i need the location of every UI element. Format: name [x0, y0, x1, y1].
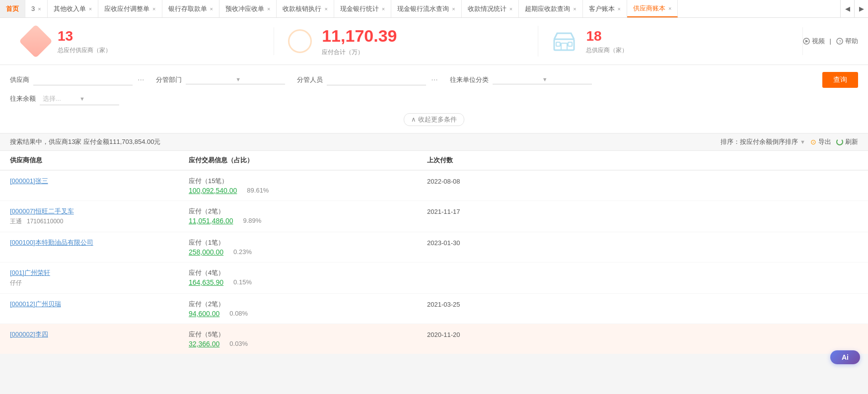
tab3-close[interactable]: ×	[38, 6, 41, 12]
collapse-button[interactable]: ∧ 收起更多条件	[404, 113, 464, 126]
supplier-book-close[interactable]: ×	[668, 5, 671, 11]
supplier-dots-btn[interactable]: ···	[138, 75, 144, 84]
other-income-close[interactable]: ×	[89, 6, 92, 12]
dept-select[interactable]: ▼	[186, 75, 285, 84]
transaction-pct-row3: 0.23%	[233, 248, 252, 256]
ai-float-button[interactable]: Ai	[830, 350, 860, 354]
nav-tab-customer-book[interactable]: 客户账本 ×	[583, 0, 627, 17]
receipt-verify-close[interactable]: ×	[324, 6, 327, 12]
results-bar: 搜索结果中，供应商13家 应付金额111,703,854.00元 排序：按应付余…	[0, 133, 868, 151]
svg-marker-5	[805, 40, 808, 43]
supplier-link-row2[interactable]: [000007]恒旺二手叉车	[10, 207, 189, 216]
col-header-transaction: 应付交易信息（占比）	[189, 156, 427, 165]
cash-bank-stat-close[interactable]: ×	[382, 6, 385, 12]
lastpay-cell-row5: 2021-03-25	[427, 300, 858, 308]
ar-ap-adjust-label: 应收应付调整单	[104, 4, 149, 13]
filter-bar: 供应商 ··· 分管部门 ▼ 分管人员 ··· 往来单位分类 ▼ 查询 往来	[0, 65, 868, 133]
transaction-info-row1: 应付（15笔） 100,092,540.00 89.61%	[189, 177, 427, 195]
sort-selector[interactable]: 排序：按应付余额倒序排序 ▼	[721, 137, 805, 146]
total-suppliers-info: 18 总供应商（家）	[586, 28, 628, 55]
supplier-link-row3[interactable]: [000100]本特勤油品有限公司	[10, 238, 189, 247]
nav-tab-ar-ap-adjust[interactable]: 应收应付调整单 ×	[98, 0, 162, 17]
ar-ap-adjust-close[interactable]: ×	[152, 6, 155, 12]
supplier-link-row4[interactable]: [001]广州荣轩	[10, 268, 189, 277]
prepay-charge-close[interactable]: ×	[267, 6, 270, 12]
overdue-ar-close[interactable]: ×	[573, 6, 576, 12]
table-row: [000100]本特勤油品有限公司 应付（1笔） 258,000.00 0.23…	[0, 232, 868, 263]
video-link[interactable]: 视频	[803, 37, 825, 46]
svg-text:?: ?	[839, 39, 841, 44]
svg-rect-2	[556, 42, 560, 46]
transaction-info-row5: 应付（2笔） 94,600.00 0.08%	[189, 300, 427, 318]
transaction-pct-row5: 0.08%	[229, 310, 248, 317]
table-row: [000007]恒旺二手叉车 王通 17106110000 应付（2笔） 11,…	[0, 201, 868, 232]
supplier-link-row1[interactable]: [000001]张三	[10, 177, 189, 186]
person-dots-btn[interactable]: ···	[431, 75, 437, 84]
nav-tab-supplier-book[interactable]: 供应商账本 ×	[627, 0, 678, 17]
diamond-icon	[22, 27, 50, 55]
table-row: [001]广州荣轩 仔仔 应付（4笔） 164,635.90 0.15%	[0, 263, 868, 294]
balance-select-value: 选择...	[43, 94, 79, 103]
balance-select[interactable]: 选择... ▼	[40, 93, 119, 105]
transaction-amount-row4[interactable]: 164,635.90	[189, 278, 223, 286]
bank-deposit-close[interactable]: ×	[210, 6, 213, 12]
nav-tab-cash-bank-stat[interactable]: 现金银行统计 ×	[334, 0, 391, 17]
category-filter: 往来单位分类 ▼	[450, 75, 592, 84]
transaction-amount-row3[interactable]: 258,000.00	[189, 248, 223, 256]
table-row: [000001]张三 应付（15笔） 100,092,540.00 89.61%…	[0, 171, 868, 201]
table-header: 供应商信息 应付交易信息（占比） 上次付数	[0, 151, 868, 171]
lastpay-cell-row6: 2020-11-20	[427, 330, 858, 338]
transaction-pct-row4: 0.15%	[233, 278, 252, 286]
supplier-link-row6[interactable]: [000002]李四	[10, 330, 189, 339]
nav-tab-prepay-charge[interactable]: 预收冲应收单 ×	[219, 0, 277, 17]
person-input[interactable]	[327, 74, 426, 85]
balance-filter-label: 往来余额	[10, 94, 36, 103]
transaction-label-row1: 应付（15笔）	[189, 177, 427, 186]
prepay-charge-label: 预收冲应收单	[225, 4, 264, 13]
transaction-amount-row5[interactable]: 94,600.00	[189, 310, 219, 318]
ai-float-label: Ai	[842, 353, 849, 354]
nav-tab-home[interactable]: 首页	[0, 0, 25, 17]
dept-dropdown-arrow: ▼	[235, 76, 282, 82]
receipt-stat-close[interactable]: ×	[509, 6, 512, 12]
supplier-input[interactable]	[33, 74, 133, 85]
supplier-cell-row1: [000001]张三	[10, 177, 189, 186]
refresh-label: 刷新	[845, 137, 858, 146]
svg-rect-3	[568, 42, 572, 46]
lastpay-cell-row1: 2022-08-08	[427, 177, 858, 185]
lastpay-cell-row4	[427, 268, 858, 269]
filter-row-1: 供应商 ··· 分管部门 ▼ 分管人员 ··· 往来单位分类 ▼ 查询	[10, 72, 858, 88]
transaction-amount-row6[interactable]: 32,366.00	[189, 340, 219, 348]
summary-bar: 13 总应付供应商（家） 11,170.39 应付合计（万） 18 总供应商（家…	[0, 18, 868, 65]
payable-suppliers-info: 13 总应付供应商（家）	[58, 28, 111, 55]
category-select[interactable]: ▼	[493, 75, 592, 84]
nav-tab-bank-deposit[interactable]: 银行存取款单 ×	[162, 0, 219, 17]
refresh-button[interactable]: 刷新	[836, 137, 858, 146]
help-link[interactable]: ? 帮助	[836, 37, 858, 46]
cash-bank-flow-close[interactable]: ×	[452, 6, 455, 12]
nav-arrow-right[interactable]: ▶	[854, 0, 868, 18]
transaction-pct-row2: 9.89%	[243, 217, 262, 224]
nav-tab-receipt-verify[interactable]: 收款核销执行 ×	[277, 0, 334, 17]
nav-tab-3[interactable]: 3 ×	[25, 0, 48, 17]
table-row: [000012]广州贝瑞 应付（2笔） 94,600.00 0.08% 2021…	[0, 294, 868, 324]
supplier-link-row5[interactable]: [000012]广州贝瑞	[10, 300, 189, 309]
nav-tab-cash-bank-flow[interactable]: 现金银行流水查询 ×	[391, 0, 461, 17]
export-button[interactable]: ⊙ 导出	[810, 137, 831, 146]
customer-book-close[interactable]: ×	[618, 6, 621, 12]
transaction-cell-row1: 应付（15笔） 100,092,540.00 89.61%	[189, 177, 427, 195]
table-row: [000002]李四 应付（5笔） 32,366.00 0.03% 2020-1…	[0, 324, 868, 354]
nav-arrow-left[interactable]: ◀	[840, 0, 854, 18]
nav-tab-overdue-ar[interactable]: 超期应收款查询 ×	[519, 0, 582, 17]
transaction-amount-row1[interactable]: 100,092,540.00	[189, 187, 237, 195]
payable-total-info: 11,170.39 应付合计（万）	[322, 26, 397, 57]
transaction-amount-row2[interactable]: 11,051,486.00	[189, 217, 233, 225]
collapse-bar: ∧ 收起更多条件	[10, 110, 858, 128]
nav-tab-receipt-stat[interactable]: 收款情况统计 ×	[462, 0, 519, 17]
supplier-filter: 供应商 ···	[10, 74, 144, 85]
dept-filter-label: 分管部门	[156, 75, 182, 84]
transaction-row5: 94,600.00 0.08%	[189, 310, 427, 318]
transaction-pct-row6: 0.03%	[229, 340, 248, 347]
query-button[interactable]: 查询	[822, 72, 858, 88]
nav-tab-other-income[interactable]: 其他收入单 ×	[48, 0, 98, 17]
